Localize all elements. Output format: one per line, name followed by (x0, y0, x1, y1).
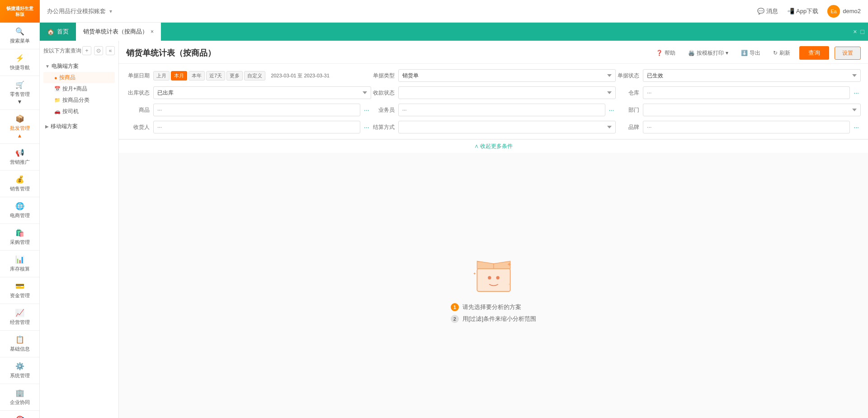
warehouse-dots-icon[interactable]: ··· (852, 89, 861, 96)
goods-input[interactable] (153, 104, 360, 116)
sidebar-item-system[interactable]: ⚙️ 系统管理 (0, 357, 39, 384)
dept-label: 部门 (616, 106, 639, 114)
tab-active[interactable]: 销货单统计表（按商品） × (76, 23, 161, 41)
industry-label: 办公用品行业模拟账套 (47, 7, 106, 15)
receipt-status-select[interactable] (398, 86, 616, 99)
hint2-text: 用[过滤]条件来缩小分析范围 (462, 315, 536, 323)
filter-dept: 部门 (616, 104, 861, 116)
app-download-btn[interactable]: 📲 App下载 (787, 7, 818, 15)
refresh-btn[interactable]: ↻ 刷新 (769, 48, 794, 59)
empty-state: ✦ ✦ ✦ 1 请先选择要分析的方案 2 用[过滤]条件来缩小分析范围 (119, 153, 868, 418)
panel-add-btn[interactable]: + (82, 46, 91, 55)
template-print-label: 按模板打印 (697, 49, 724, 57)
filter-settlement: 结算方式 (371, 121, 616, 133)
user-initial: Ea (831, 9, 837, 14)
empty-hint-2: 2 用[过滤]条件来缩小分析范围 (451, 315, 536, 323)
sidebar-item-finance[interactable]: 💳 资金管理 (0, 277, 39, 304)
app-download-icon: 📲 (787, 8, 794, 14)
tab-home[interactable]: 🏠 首页 (40, 23, 76, 41)
brand-dots-icon[interactable]: ··· (852, 124, 861, 131)
user-avatar: Ea (827, 5, 840, 18)
svg-text:✦: ✦ (508, 282, 511, 286)
tree-parent-desktop[interactable]: ▼ 电脑端方案 (43, 61, 115, 72)
page-title: 销货单统计表（按商品） (126, 48, 216, 58)
settlement-select[interactable] (398, 121, 616, 133)
status-select[interactable]: 已生效 (643, 69, 861, 82)
filter-salesperson: 业务员 ··· (371, 104, 616, 116)
date-btn-this-year[interactable]: 本年 (189, 71, 205, 81)
out-status-select[interactable]: 已出库 (153, 86, 371, 99)
template-print-btn[interactable]: 🖨️ 按模板打印 ▾ (684, 48, 732, 59)
tab-close-window-icon[interactable]: × (853, 28, 857, 35)
date-btn-last-month[interactable]: 上月 (153, 71, 170, 81)
sidebar-item-enterprise[interactable]: 🏢 企业协同 (0, 384, 39, 411)
sidebar-item-inventory[interactable]: 📊 库存核算 (0, 251, 39, 277)
filter-warehouse: 仓库 ··· (616, 86, 861, 99)
user-menu-btn[interactable]: Ea demo2 (827, 5, 861, 18)
page-actions: ❓ 帮助 🖨️ 按模板打印 ▾ ⬇️ 导出 ↻ 刷新 (652, 46, 861, 60)
query-btn[interactable]: 查询 (799, 46, 829, 60)
panel-settings-btn[interactable]: ⊙ (94, 46, 103, 55)
sidebar-item-quick-nav[interactable]: ⚡ 快捷导航 (0, 49, 39, 76)
sidebar: 畅捷通好生意 标版 🔍 搜索菜单 ⚡ 快捷导航 🛒 零售管理 ▼ 📦 批发管理 … (0, 0, 40, 418)
svg-text:✦: ✦ (473, 271, 476, 276)
salesperson-input[interactable] (398, 104, 605, 116)
sidebar-item-guide[interactable]: 🎯 新手引导 (0, 411, 39, 418)
dept-select[interactable] (643, 104, 861, 116)
by-cashier-icon: 🚗 (54, 109, 61, 114)
date-btn-this-month[interactable]: 本月 (171, 71, 187, 81)
message-btn[interactable]: 💬 消息 (757, 7, 778, 15)
home-icon: 🏠 (47, 28, 54, 35)
salesperson-dots-icon[interactable]: ··· (607, 106, 616, 114)
sidebar-item-marketing[interactable]: 📢 营销推广 (0, 144, 39, 171)
sidebar-item-operation[interactable]: 📈 经营管理 (0, 304, 39, 331)
date-btn-custom[interactable]: 自定义 (244, 71, 265, 81)
sidebar-item-sales[interactable]: 💰 销售管理 (0, 171, 39, 197)
goods-dots-icon[interactable]: ··· (362, 106, 371, 114)
sidebar-item-basic[interactable]: 📋 基础信息 (0, 331, 39, 357)
panel-collapse-icon: « (109, 48, 112, 54)
wholesale-arrow-icon: ▲ (17, 133, 23, 139)
sidebar-item-retail[interactable]: 🛒 零售管理 ▼ (0, 76, 39, 110)
tree-child-by-product[interactable]: ● 按商品 (43, 72, 115, 83)
tab-maximize-icon[interactable]: □ (861, 28, 864, 35)
help-btn[interactable]: ❓ 帮助 (652, 48, 679, 59)
sidebar-item-wholesale[interactable]: 📦 批发管理 ▲ (0, 110, 39, 144)
panel-collapse-btn[interactable]: « (106, 46, 115, 55)
sidebar-label-enterprise: 企业协同 (10, 399, 30, 406)
export-btn[interactable]: ⬇️ 导出 (737, 48, 764, 59)
filter-area: 单据日期 上月 本月 本年 近7天 更多 自定义 2023-03-01 至 20… (119, 64, 868, 139)
filter-row-1: 单据日期 上月 本月 本年 近7天 更多 自定义 2023-03-01 至 20… (126, 69, 861, 82)
brand-input[interactable] (643, 121, 850, 133)
sidebar-label-wholesale: 批发管理 (10, 125, 30, 132)
date-btn-more[interactable]: 更多 (226, 71, 243, 81)
settings-btn[interactable]: 设置 (835, 47, 861, 60)
tree-child-by-cashier[interactable]: 🚗 按司机 (43, 106, 115, 117)
tree-parent-mobile[interactable]: ▶ 移动端方案 (43, 121, 115, 132)
hint1-circle: 1 (451, 303, 459, 311)
date-range-text: 2023-03-01 至 2023-03-31 (271, 72, 330, 79)
settlement-control (398, 121, 616, 133)
consignee-input[interactable] (153, 121, 360, 133)
tree-child-by-category[interactable]: 📁 按商品分类 (43, 95, 115, 106)
sidebar-item-purchase[interactable]: 🛍️ 采购管理 (0, 224, 39, 251)
quick-nav-icon: ⚡ (15, 54, 24, 62)
warehouse-input[interactable] (643, 86, 850, 99)
by-product-label: 按商品 (59, 74, 75, 81)
tab-close-icon[interactable]: × (151, 29, 154, 34)
collapse-bar[interactable]: ∧ 收起更多条件 (119, 139, 868, 153)
template-print-arrow-icon: ▾ (726, 50, 728, 56)
by-cashier-label: 按司机 (62, 108, 79, 115)
marketing-icon: 📢 (15, 148, 24, 157)
status-control: 已生效 (643, 69, 861, 82)
purchase-icon: 🛍️ (15, 228, 24, 237)
tree-child-by-month-product[interactable]: 📅 按月+商品 (43, 83, 115, 95)
consignee-dots-icon[interactable]: ··· (362, 124, 371, 131)
doc-type-select[interactable]: 销货单 (398, 69, 616, 82)
tab-window-btns: × □ (849, 23, 868, 41)
date-btn-7days[interactable]: 近7天 (206, 71, 225, 81)
sidebar-item-search-menu[interactable]: 🔍 搜索菜单 (0, 23, 39, 49)
consignee-label: 收货人 (126, 124, 150, 131)
date-control: 上月 本月 本年 近7天 更多 自定义 2023-03-01 至 2023-03… (153, 71, 371, 81)
sidebar-item-ecommerce[interactable]: 🌐 电商管理 (0, 197, 39, 224)
